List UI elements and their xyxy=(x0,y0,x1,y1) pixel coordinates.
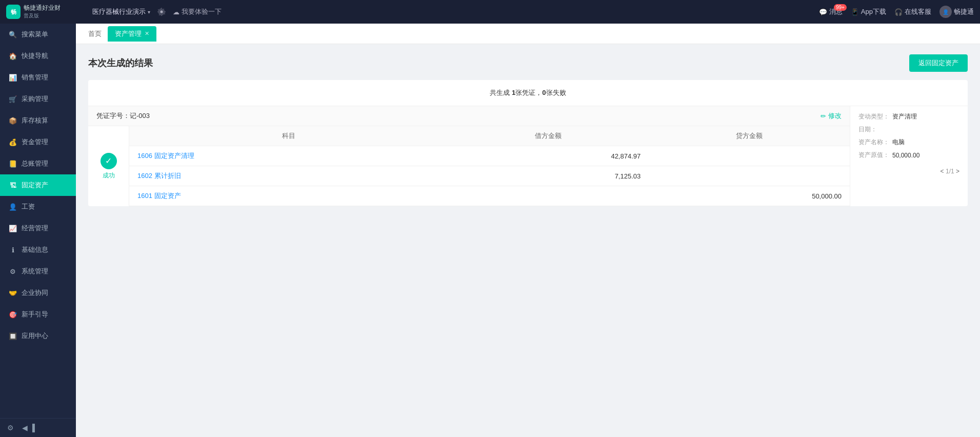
credit-cell-2: 50,000.00 xyxy=(649,186,850,206)
app-download-btn[interactable]: 📱 App下载 xyxy=(851,7,886,16)
sidebar-label-ledger: 总账管理 xyxy=(22,159,48,168)
tab-asset-label: 资产管理 xyxy=(115,29,142,38)
messages-badge: 99+ xyxy=(834,4,847,11)
pagination-text: 1/1 xyxy=(946,168,956,175)
sidebar-label-sales: 销售管理 xyxy=(22,73,48,82)
home-icon: 🏠 xyxy=(8,51,17,61)
sidebar-item-fixed[interactable]: 🏗 固定资产 xyxy=(0,174,76,196)
pagination-next[interactable]: > xyxy=(956,168,959,175)
sidebar-label-system: 系统管理 xyxy=(22,267,48,276)
sidebar-item-ledger[interactable]: 📒 总账管理 xyxy=(0,153,76,174)
sidebar-settings-icon[interactable]: ⚙ xyxy=(7,424,14,432)
topbar-center: 医疗器械行业演示 ▾ ☁ 我要体验一下 xyxy=(82,5,819,19)
sidebar-item-purchase[interactable]: 🛒 采购管理 xyxy=(0,88,76,110)
basic-icon: ℹ xyxy=(8,245,17,254)
appcenter-icon: 🔲 xyxy=(8,331,17,341)
sidebar-label-purchase: 采购管理 xyxy=(22,94,48,104)
debit-cell-0: 42,874.97 xyxy=(448,146,649,166)
credit-cell-0 xyxy=(649,146,850,166)
sidebar-label-basic: 基础信息 xyxy=(22,245,48,254)
experience-button[interactable]: ☁ 我要体验一下 xyxy=(173,7,222,16)
logo-sub: 普及版 xyxy=(24,12,61,19)
user-menu[interactable]: 👤 畅捷通 xyxy=(939,6,974,18)
sidebar-label-inventory: 库存核算 xyxy=(22,116,48,125)
avatar: 👤 xyxy=(939,6,952,18)
info-panel: 变动类型： 资产清理 日期： 资产名称： 电脑 资产原值： xyxy=(850,106,968,206)
sidebar-bottom: ⚙ ◀ ▐ xyxy=(0,418,76,437)
col-subject: 科目 xyxy=(129,126,448,146)
sidebar-item-appcenter[interactable]: 🔲 应用中心 xyxy=(0,325,76,347)
sidebar-item-guide[interactable]: 🎯 新手引导 xyxy=(0,304,76,325)
voucher-table: 科目 借方金额 贷方金额 1606 固定资产清理 42,874. xyxy=(129,126,850,206)
sidebar-item-payroll[interactable]: 👤 工资 xyxy=(0,196,76,217)
asset-name-value: 电脑 xyxy=(892,138,905,147)
page-title: 本次生成的结果 xyxy=(88,57,153,69)
logo-name: 畅捷通好业财 xyxy=(24,4,61,12)
enterprise-icon: 🤝 xyxy=(8,288,17,297)
tab-bar: 首页 资产管理 ✕ xyxy=(76,24,980,44)
topbar: 畅 畅捷通好业财 普及版 医疗器械行业演示 ▾ ☁ 我要体验一下 💬 消息 99… xyxy=(0,0,980,24)
col-debit: 借方金额 xyxy=(448,126,649,146)
sidebar-item-capital[interactable]: 💰 资金管理 xyxy=(0,131,76,153)
sales-icon: 📊 xyxy=(8,73,17,82)
date-label: 日期： xyxy=(858,125,877,134)
voucher-header: 凭证字号：记-003 ✏ 修改 xyxy=(88,106,850,126)
sidebar-item-system[interactable]: ⚙ 系统管理 xyxy=(0,261,76,282)
voucher-block: 凭证字号：记-003 ✏ 修改 ✓ 成功 xyxy=(88,106,968,206)
ledger-icon: 📒 xyxy=(8,159,17,168)
edit-icon: ✏ xyxy=(821,112,826,120)
success-icon: ✓ xyxy=(101,153,117,169)
info-date: 日期： xyxy=(858,125,959,134)
summary-count: 1 xyxy=(512,89,515,96)
summary-fail: 0 xyxy=(542,89,546,96)
sidebar-label-operations: 经营管理 xyxy=(22,224,48,233)
return-button[interactable]: 返回固定资产 xyxy=(909,54,968,72)
content-area: 首页 资产管理 ✕ 本次生成的结果 返回固定资产 共生成 1张凭证，0张失败 xyxy=(76,24,980,437)
chevron-down-icon: ▾ xyxy=(148,9,150,15)
info-original-value: 资产原值： 50,000.00 xyxy=(858,151,959,160)
settings-icon-btn[interactable] xyxy=(154,5,169,19)
sidebar-item-sales[interactable]: 📊 销售管理 xyxy=(0,67,76,88)
sidebar-label-capital: 资金管理 xyxy=(22,137,48,147)
username: 畅捷通 xyxy=(954,7,974,16)
online-service-btn[interactable]: 🎧 在线客服 xyxy=(894,7,931,16)
fixed-assets-icon: 🏗 xyxy=(8,181,17,190)
operations-icon: 📈 xyxy=(8,224,17,233)
tab-asset-management[interactable]: 资产管理 ✕ xyxy=(108,26,156,42)
sidebar-label-search: 搜索菜单 xyxy=(22,30,48,39)
sidebar-label-appcenter: 应用中心 xyxy=(22,331,48,341)
original-value-label: 资产原值： xyxy=(858,151,889,160)
sidebar-item-enterprise[interactable]: 🤝 企业协同 xyxy=(0,282,76,304)
payroll-icon: 👤 xyxy=(8,202,17,211)
sidebar-item-quicknav[interactable]: 🏠 快捷导航 xyxy=(0,45,76,67)
system-icon: ⚙ xyxy=(8,267,17,276)
sidebar-item-basic[interactable]: ℹ 基础信息 xyxy=(0,239,76,261)
edit-button[interactable]: ✏ 修改 xyxy=(821,111,842,121)
sidebar-item-search[interactable]: 🔍 搜索菜单 xyxy=(0,24,76,45)
subject-cell-2: 1601 固定资产 xyxy=(129,186,448,206)
debit-cell-1: 7,125.03 xyxy=(448,166,649,186)
sidebar-label-payroll: 工资 xyxy=(22,202,35,211)
sidebar-item-operations[interactable]: 📈 经营管理 xyxy=(0,217,76,239)
voucher-rows: ✓ 成功 科目 借方金额 贷方金额 xyxy=(88,126,850,206)
message-icon: 💬 xyxy=(819,8,827,16)
sidebar-collapse-icon[interactable]: ◀ ▐ xyxy=(22,424,35,432)
info-pagination: < 1/1 > xyxy=(858,168,959,175)
messages-btn[interactable]: 💬 消息 99+ xyxy=(819,7,843,16)
online-service-label: 在线客服 xyxy=(905,7,931,16)
sidebar-item-inventory[interactable]: 📦 库存核算 xyxy=(0,110,76,131)
project-selector[interactable]: 医疗器械行业演示 ▾ xyxy=(92,7,150,16)
capital-icon: 💰 xyxy=(8,137,17,147)
experience-label: 我要体验一下 xyxy=(182,7,222,16)
page-header: 本次生成的结果 返回固定资产 xyxy=(88,54,968,72)
app-download-label: App下载 xyxy=(861,7,886,16)
table-header-row: 科目 借方金额 贷方金额 xyxy=(129,126,850,146)
guide-icon: 🎯 xyxy=(8,310,17,319)
pagination-prev[interactable]: < xyxy=(941,168,944,175)
sidebar-label-guide: 新手引导 xyxy=(22,310,48,319)
tab-close-icon[interactable]: ✕ xyxy=(145,30,149,37)
tab-home[interactable]: 首页 xyxy=(84,26,106,42)
status-column: ✓ 成功 xyxy=(88,126,129,206)
phone-icon: 📱 xyxy=(851,8,859,16)
logo-icon: 畅 xyxy=(6,5,21,19)
